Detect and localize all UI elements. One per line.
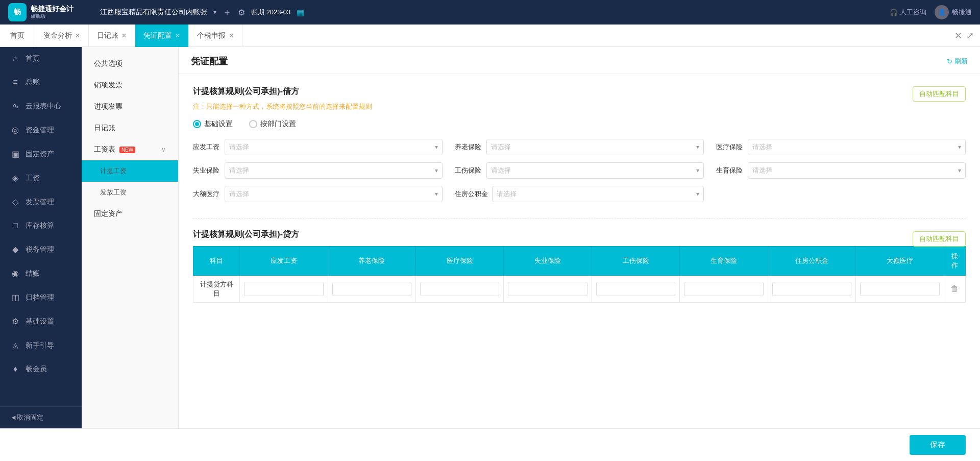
- input-housing[interactable]: [772, 282, 851, 296]
- field-pension: 养老保险 请选择 ▾: [455, 139, 704, 155]
- inventory-icon: □: [10, 221, 20, 230]
- field-pension-select[interactable]: 请选择 ▾: [486, 139, 704, 155]
- credit-auto-match-button[interactable]: 自动匹配科目: [913, 231, 966, 247]
- debit-auto-match-button[interactable]: 自动匹配科目: [913, 86, 966, 102]
- radio-dept[interactable]: 按部门设置: [249, 119, 296, 129]
- nav-sales[interactable]: 销项发票: [82, 75, 178, 96]
- tab-fund-label: 资金分析: [43, 31, 72, 40]
- top-header: 畅 畅捷通好会计 旗舰版 江西服宝精品有限责任公司内账张 ▾ ＋ ⚙ 账期 20…: [0, 0, 980, 25]
- company-dropdown-icon[interactable]: ▾: [213, 9, 216, 16]
- settle-icon: ◉: [10, 269, 20, 278]
- sidebar-settle-label: 结账: [26, 269, 40, 278]
- field-maternity-arrow: ▾: [958, 167, 961, 174]
- field-unemployment-label: 失业保险: [193, 166, 220, 175]
- sidebar-member-label: 畅会员: [26, 365, 47, 374]
- refresh-label: 刷新: [954, 57, 968, 66]
- table-row: 计提贷方科目 🗑: [193, 276, 966, 303]
- cell-maternity: [680, 276, 768, 303]
- field-unemployment-select[interactable]: 请选择 ▾: [225, 162, 443, 179]
- field-salary-placeholder: 请选择: [229, 142, 249, 152]
- tab-fund-analysis[interactable]: 资金分析 ✕: [35, 25, 89, 47]
- input-maternity[interactable]: [684, 282, 763, 296]
- sidebar-item-ledger[interactable]: ≡ 总账: [0, 70, 82, 94]
- field-medical-select[interactable]: 请选择 ▾: [748, 139, 966, 155]
- nav-public[interactable]: 公共选项: [82, 53, 178, 75]
- tab-journal[interactable]: 日记账 ✕: [89, 25, 135, 47]
- debit-form-grid: 应发工资 请选择 ▾ 养老保险 请选择 ▾ 医疗: [193, 139, 966, 202]
- sidebar-item-archive[interactable]: ◫ 归档管理: [0, 285, 82, 309]
- radio-dept-circle: [249, 120, 257, 128]
- col-medical: 医疗保险: [416, 247, 504, 276]
- sidebar-item-reports[interactable]: ∿ 云报表中心: [0, 94, 82, 118]
- input-pension[interactable]: [332, 282, 411, 296]
- archive-icon: ◫: [10, 293, 20, 302]
- tab-fund-close[interactable]: ✕: [75, 32, 80, 39]
- cell-work-injury: [592, 276, 679, 303]
- add-account-icon[interactable]: ＋: [223, 6, 232, 18]
- sidebar-item-settings[interactable]: ⚙ 基础设置: [0, 309, 82, 333]
- sidebar-item-tax[interactable]: ◆ 税务管理: [0, 237, 82, 261]
- logo-icon: 畅: [8, 3, 27, 21]
- input-large-medical[interactable]: [860, 282, 939, 296]
- settings-icon[interactable]: ⚙: [238, 8, 245, 17]
- sidebar: ⌂ 首页 ≡ 总账 ∿ 云报表中心 ◎ 资金管理 ▣ 固定资产 ◈ 工资 ◇ 发…: [0, 47, 82, 428]
- field-pension-label: 养老保险: [455, 142, 482, 152]
- sidebar-item-salary[interactable]: ◈ 工资: [0, 166, 82, 190]
- sidebar-guide-label: 新手引导: [26, 341, 54, 350]
- tab-tax-label: 个税申报: [197, 31, 226, 40]
- calendar-icon[interactable]: ▦: [297, 8, 304, 17]
- radio-basic[interactable]: 基础设置: [193, 119, 233, 129]
- nav-fixed-assets[interactable]: 固定资产: [82, 203, 178, 225]
- sidebar-item-funds[interactable]: ◎ 资金管理: [0, 118, 82, 142]
- user-menu[interactable]: 👤 畅捷通: [935, 5, 972, 19]
- tab-voucher-close[interactable]: ✕: [175, 32, 180, 39]
- input-work-injury[interactable]: [596, 282, 675, 296]
- debit-section: 计提核算规则(公司承担)-借方 注：只能选择一种方式，系统将按照您当前的选择来配…: [179, 74, 980, 214]
- nav-calc-salary[interactable]: 计提工资: [82, 160, 178, 182]
- field-medical-label: 医疗保险: [716, 142, 744, 152]
- tab-home[interactable]: 首页: [0, 25, 35, 47]
- field-maternity-select[interactable]: 请选择 ▾: [748, 162, 966, 179]
- sidebar-item-home[interactable]: ⌂ 首页: [0, 47, 82, 70]
- input-medical[interactable]: [420, 282, 499, 296]
- nav-purchase[interactable]: 进项发票: [82, 96, 178, 117]
- sidebar-item-invoice[interactable]: ◇ 发票管理: [0, 190, 82, 214]
- tab-tax-close[interactable]: ✕: [229, 32, 234, 39]
- tab-voucher-config[interactable]: 凭证配置 ✕: [135, 25, 189, 47]
- field-large-medical-select[interactable]: 请选择 ▾: [225, 186, 443, 202]
- field-work-injury-select[interactable]: 请选择 ▾: [486, 162, 704, 179]
- tab-tax[interactable]: 个税申报 ✕: [189, 25, 242, 47]
- sidebar-item-assets[interactable]: ▣ 固定资产: [0, 142, 82, 166]
- sidebar-item-member[interactable]: ♦ 畅会员: [0, 357, 82, 381]
- refresh-button[interactable]: ↻ 刷新: [947, 57, 968, 66]
- service-button[interactable]: 🎧 人工咨询: [890, 8, 926, 17]
- nav-journal[interactable]: 日记账: [82, 117, 178, 139]
- sidebar-item-inventory[interactable]: □ 库存核算: [0, 214, 82, 237]
- save-button[interactable]: 保存: [910, 435, 966, 455]
- nav-salary-table[interactable]: 工资表 NEW ∨: [82, 139, 178, 160]
- tab-close-icon[interactable]: ✕: [954, 30, 962, 41]
- sidebar-item-guide[interactable]: ◬ 新手引导: [0, 333, 82, 357]
- input-unemployment[interactable]: [508, 282, 587, 296]
- header-middle: 江西服宝精品有限责任公司内账张 ▾ ＋ ⚙ 账期 2023-03 ▦: [90, 6, 890, 18]
- col-actions: 操作: [944, 247, 965, 276]
- field-housing-fund-select[interactable]: 请选择 ▾: [492, 186, 704, 202]
- debit-title: 计提核算规则(公司承担)-借方: [193, 86, 966, 97]
- input-salary[interactable]: [244, 282, 323, 296]
- sidebar-item-settle[interactable]: ◉ 结账: [0, 261, 82, 285]
- field-salary-select[interactable]: 请选择 ▾: [225, 139, 443, 155]
- nav-pay-salary[interactable]: 发放工资: [82, 182, 178, 203]
- left-nav: 公共选项 销项发票 进项发票 日记账 工资表 NEW ∨ 计提工资 发放工资: [82, 47, 179, 428]
- app-name: 畅捷通好会计: [31, 5, 74, 13]
- period-label: 账期 2023-03: [251, 8, 290, 17]
- field-medical: 医疗保险 请选择 ▾: [716, 139, 966, 155]
- cancel-fix-label: ◄取消固定: [10, 413, 43, 422]
- tab-expand-icon[interactable]: ⤢: [966, 30, 974, 41]
- col-housing: 住房公积金: [768, 247, 855, 276]
- field-maternity-label: 生育保险: [716, 166, 744, 175]
- row-label: 计提贷方科目: [193, 276, 240, 303]
- delete-row-icon[interactable]: 🗑: [950, 284, 959, 293]
- tab-journal-close[interactable]: ✕: [121, 32, 127, 39]
- cancel-fix-button[interactable]: ◄取消固定: [0, 406, 82, 428]
- sidebar-settings-label: 基础设置: [26, 317, 54, 326]
